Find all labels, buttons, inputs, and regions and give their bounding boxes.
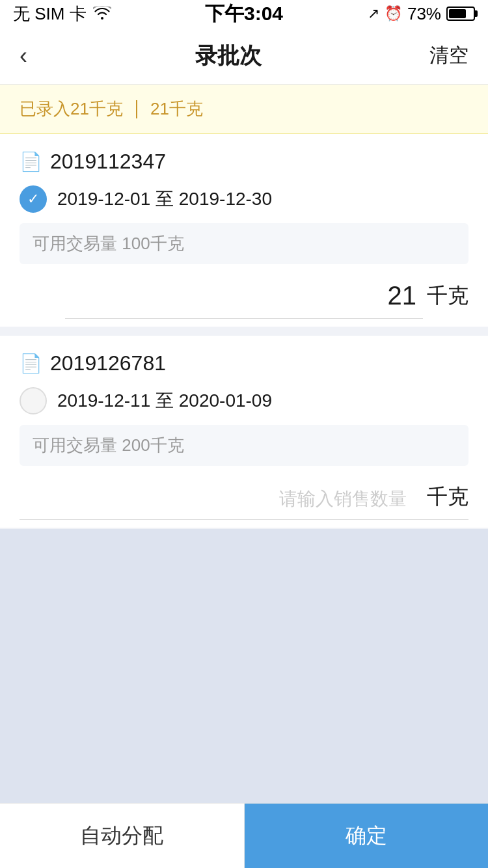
page-title: 录批次 (195, 41, 262, 71)
batch-header-1: 📄 2019112347 (0, 134, 488, 180)
recorded-value: 21千克 (150, 98, 203, 120)
batch-id-1: 2019112347 (50, 150, 166, 174)
info-banner: 已录入21千克 21千克 (0, 85, 488, 134)
nav-bar: ‹ 录批次 清空 (0, 27, 488, 85)
status-bar: 无 SIM 卡 下午3:04 ↗ ⏰ 73% (0, 0, 488, 27)
battery-percent: 73% (407, 4, 441, 24)
status-left: 无 SIM 卡 (13, 3, 111, 25)
divider-2 (20, 519, 468, 520)
auto-distribute-button[interactable]: 自动分配 (0, 804, 245, 868)
available-text-1: 可用交易量 100千克 (33, 234, 184, 253)
radio-button-2[interactable] (20, 387, 47, 414)
battery-icon (446, 7, 475, 21)
batch-date-2: 2019-12-11 至 2020-01-09 (57, 388, 272, 413)
input-unit-2: 千克 (427, 483, 468, 511)
recorded-label: 已录入21千克 (20, 98, 123, 120)
batch-header-2: 📄 2019126781 (0, 336, 488, 382)
card-separator (0, 328, 488, 336)
info-divider (136, 100, 137, 118)
batch-row-2[interactable]: 2019-12-11 至 2020-01-09 (0, 382, 488, 421)
quantity-value-1: 21 (388, 281, 417, 310)
available-text-2: 可用交易量 200千克 (33, 435, 184, 455)
battery-fill (449, 9, 466, 18)
back-button[interactable]: ‹ (20, 42, 27, 70)
available-row-2: 可用交易量 200千克 (20, 425, 468, 466)
location-icon: ↗ (368, 5, 379, 22)
status-right: ↗ ⏰ 73% (368, 4, 475, 24)
confirm-button[interactable]: 确定 (245, 804, 489, 868)
wifi-icon (93, 4, 111, 24)
batch-date-1: 2019-12-01 至 2019-12-30 (57, 187, 272, 211)
batch-id-2: 2019126781 (50, 351, 166, 375)
divider-1 (65, 318, 423, 319)
quantity-row-1: 21 千克 (0, 275, 488, 310)
batch-card-1: 📄 2019112347 ✓ 2019-12-01 至 2019-12-30 可… (0, 134, 488, 327)
available-row-1: 可用交易量 100千克 (20, 223, 468, 264)
carrier-text: 无 SIM 卡 (13, 3, 87, 25)
clear-button[interactable]: 清空 (429, 42, 468, 69)
battery-tip (475, 10, 478, 17)
checkmark-icon-1: ✓ (27, 192, 39, 206)
page-content: 📄 2019112347 ✓ 2019-12-01 至 2019-12-30 可… (0, 134, 488, 868)
batch-card-2: 📄 2019126781 2019-12-11 至 2020-01-09 可用交… (0, 336, 488, 528)
batch-id-icon-1: 📄 (20, 151, 42, 172)
batch-row-1[interactable]: ✓ 2019-12-01 至 2019-12-30 (0, 180, 488, 219)
input-row-2[interactable]: 千克 (0, 476, 488, 511)
quantity-unit-1: 千克 (427, 282, 468, 310)
alarm-icon: ⏰ (385, 5, 402, 22)
bottom-bar: 自动分配 确定 (0, 803, 488, 868)
batch-id-icon-2: 📄 (20, 353, 42, 374)
radio-button-1[interactable]: ✓ (20, 185, 47, 213)
status-time: 下午3:04 (205, 1, 283, 27)
quantity-input-2[interactable] (221, 485, 416, 510)
